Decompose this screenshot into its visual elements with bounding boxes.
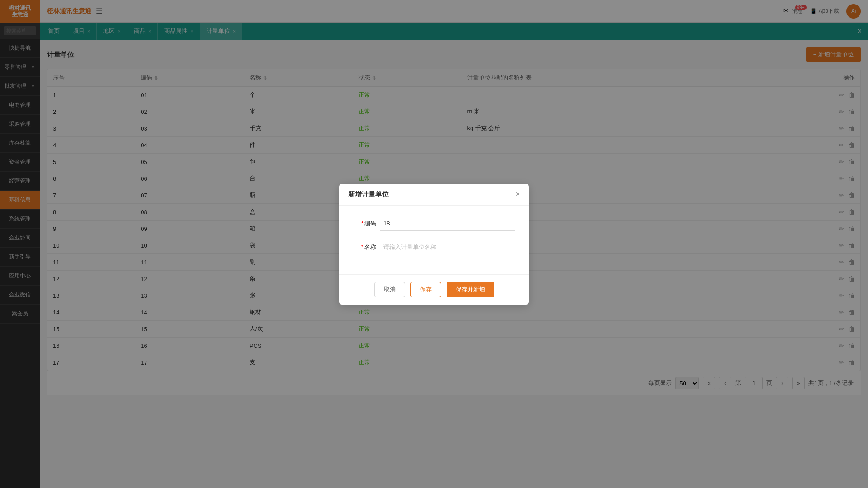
required-marker: * [361,244,363,250]
modal-body: *编码 *名称 [339,206,529,274]
name-label: *名称 [353,243,380,251]
form-item-code: *编码 [353,216,515,231]
save-button[interactable]: 保存 [410,282,441,297]
modal-overlay: 新增计量单位 × *编码 *名称 取消 保存 保存并新增 [0,0,868,488]
cancel-button[interactable]: 取消 [374,282,405,297]
required-marker: * [361,220,363,227]
form-item-name: *名称 [353,240,515,254]
modal-title: 新增计量单位 [348,190,389,199]
code-label: *编码 [353,220,380,228]
modal-close-button[interactable]: × [516,190,520,198]
add-unit-modal: 新增计量单位 × *编码 *名称 取消 保存 保存并新增 [339,184,529,305]
code-input[interactable] [380,216,515,231]
modal-header: 新增计量单位 × [339,184,529,206]
name-input[interactable] [380,240,515,254]
save-and-new-button[interactable]: 保存并新增 [447,282,494,297]
modal-footer: 取消 保存 保存并新增 [339,274,529,305]
